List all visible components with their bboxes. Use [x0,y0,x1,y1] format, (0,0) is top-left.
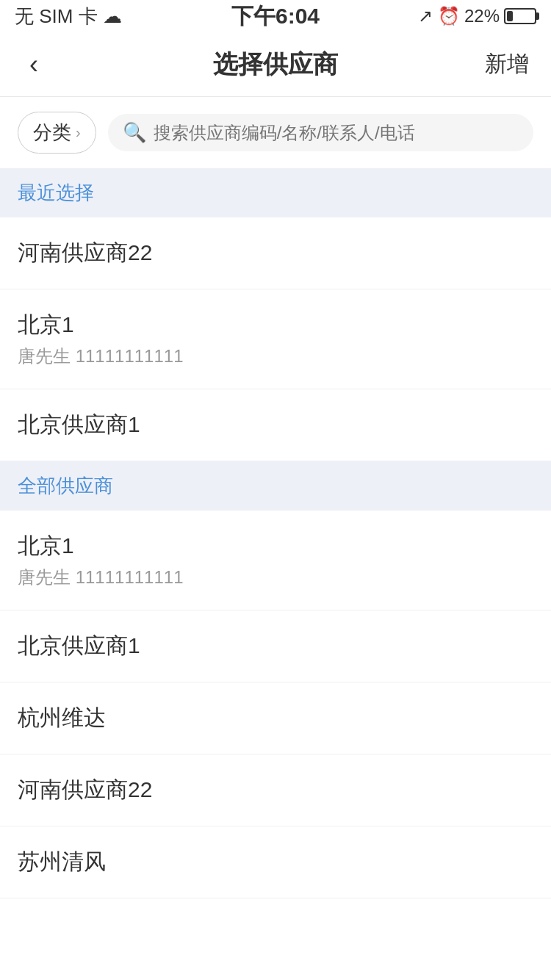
item-name: 北京1 [18,310,533,340]
list-item[interactable]: 北京1唐先生 11111111111 [0,511,551,610]
item-name: 北京1 [18,531,533,561]
list-item[interactable]: 苏州清风 [0,826,551,898]
all-section-header: 全部供应商 [0,461,551,511]
category-button[interactable]: 分类 › [18,112,96,154]
item-name: 北京供应商1 [18,631,533,661]
status-bar: 无 SIM 卡 ☁ 下午6:04 ↗ ⏰ 22% [0,0,551,32]
item-name: 杭州维达 [18,703,533,733]
search-box: 🔍 [108,114,533,151]
sim-status: 无 SIM 卡 ☁ [15,4,122,29]
recent-list: 河南供应商22北京1唐先生 11111111111北京供应商1 [0,217,551,461]
add-button[interactable]: 新增 [485,49,529,79]
category-label: 分类 [33,120,71,145]
item-sub: 唐先生 11111111111 [18,345,533,368]
list-item[interactable]: 杭州维达 [0,682,551,754]
page-title: 选择供应商 [213,48,338,82]
battery-icon [504,8,536,24]
all-list: 北京1唐先生 11111111111北京供应商1杭州维达河南供应商22苏州清风 [0,511,551,898]
status-right: ↗ ⏰ 22% [418,6,536,26]
nav-bar: ‹ 选择供应商 新增 [0,32,551,97]
back-button[interactable]: ‹ [22,42,46,87]
item-name: 北京供应商1 [18,410,533,440]
search-icon: 🔍 [123,121,146,144]
item-name: 苏州清风 [18,847,533,877]
list-item[interactable]: 北京供应商1 [0,610,551,682]
list-item[interactable]: 河南供应商22 [0,754,551,826]
chevron-right-icon: › [76,124,81,141]
status-icons: ↗ ⏰ [418,6,460,26]
item-sub: 唐先生 11111111111 [18,566,533,589]
battery-percent: 22% [464,6,500,26]
status-time: 下午6:04 [231,1,320,32]
list-item[interactable]: 河南供应商22 [0,217,551,289]
list-item[interactable]: 北京1唐先生 11111111111 [0,289,551,389]
item-name: 河南供应商22 [18,238,533,268]
search-input[interactable] [154,123,519,143]
item-name: 河南供应商22 [18,775,533,805]
recent-section-header: 最近选择 [0,168,551,217]
list-item[interactable]: 北京供应商1 [0,389,551,461]
filter-bar: 分类 › 🔍 [0,97,551,168]
status-left: 无 SIM 卡 ☁ [15,4,122,29]
